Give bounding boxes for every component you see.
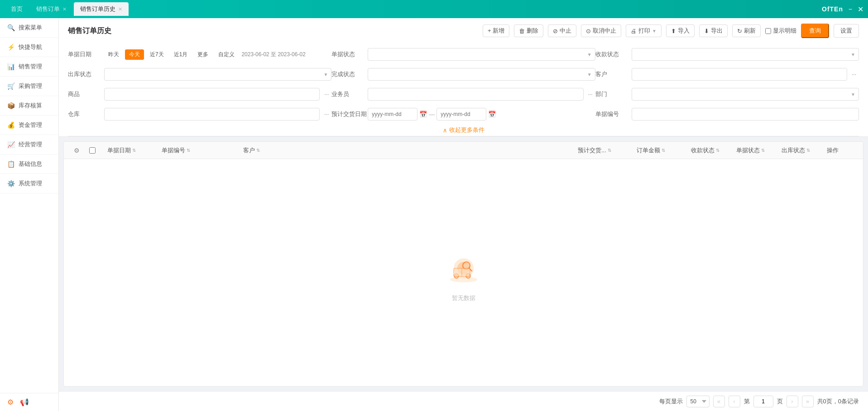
- completion-status-select[interactable]: [368, 68, 595, 81]
- delivery-date-start-calendar-icon[interactable]: 📅: [419, 111, 427, 118]
- col-customer-sort-icon[interactable]: ⇅: [256, 148, 260, 153]
- tab-sales-order-history-label: 销售订单历史: [80, 5, 115, 13]
- warehouse-more-btn[interactable]: ···: [321, 110, 331, 118]
- display-detail-toggle[interactable]: 显示明细: [765, 27, 796, 35]
- page-unit: 页: [777, 397, 783, 406]
- shortcut-custom[interactable]: 自定义: [214, 49, 239, 60]
- prev-page-button[interactable]: ‹: [729, 396, 740, 407]
- sidebar-item-ops-mgmt[interactable]: 📈 经营管理: [0, 135, 58, 155]
- shortcut-7days[interactable]: 近7天: [146, 49, 168, 60]
- print-label: 打印: [638, 27, 650, 35]
- customer-more-btn[interactable]: ···: [849, 70, 859, 78]
- sidebar: 🔍 搜索菜单 ⚡ 快捷导航 📊 销售管理 🛒 采购管理 📦 库存核算 💰 资金管…: [0, 18, 59, 411]
- shortcut-yesterday[interactable]: 昨天: [104, 49, 123, 60]
- sidebar-settings-icon[interactable]: ⚙: [7, 398, 14, 406]
- refresh-button[interactable]: ↻ 刷新: [732, 24, 761, 37]
- page-title-row: 销售订单历史 + 新增 🗑 删除 ⊘ 中止 ⊙ 取消中止: [68, 24, 859, 38]
- sidebar-item-system-mgmt[interactable]: ⚙️ 系统管理: [0, 174, 58, 193]
- query-label: 查询: [809, 27, 821, 34]
- sidebar-item-purchase-mgmt[interactable]: 🛒 采购管理: [0, 77, 58, 96]
- salesperson-input[interactable]: [368, 88, 583, 101]
- sidebar-item-sales-mgmt-label: 销售管理: [19, 63, 42, 71]
- sidebar-item-capital-mgmt[interactable]: 💰 资金管理: [0, 116, 58, 135]
- prev-page-icon: ‹: [733, 398, 735, 405]
- col-outbound-sort-icon[interactable]: ⇅: [806, 148, 810, 153]
- tab-sales-order-history-close[interactable]: ✕: [118, 6, 122, 12]
- per-page-select[interactable]: 50 20 100 200: [686, 396, 710, 407]
- col-status-sort-icon[interactable]: ⇅: [761, 148, 765, 153]
- col-no-sort-icon[interactable]: ⇅: [187, 148, 190, 153]
- receipt-status-select[interactable]: [632, 48, 859, 61]
- delivery-date-start[interactable]: [368, 108, 417, 121]
- column-settings-icon[interactable]: ⚙: [74, 147, 80, 154]
- sidebar-item-basic-info[interactable]: 📋 基础信息: [0, 155, 58, 174]
- cancel-stop-button[interactable]: ⊙ 取消中止: [581, 24, 621, 37]
- new-button[interactable]: + 新增: [483, 24, 509, 37]
- export-label: 导出: [711, 27, 723, 35]
- department-select[interactable]: [632, 88, 859, 101]
- filter-warehouse: 仓库 ···: [68, 106, 331, 122]
- tab-sales-order-close[interactable]: ✕: [62, 6, 67, 12]
- date-shortcuts: 昨天 今天 近7天 近1月 更多 自定义: [104, 49, 239, 60]
- outbound-status-select-wrapper: ▼: [104, 68, 331, 81]
- display-detail-checkbox[interactable]: [765, 28, 771, 34]
- shortcut-1month[interactable]: 近1月: [170, 49, 192, 60]
- delivery-date-separator: —: [429, 111, 435, 118]
- tab-sales-order-history[interactable]: 销售订单历史 ✕: [74, 2, 129, 16]
- search-menu-icon: 🔍: [7, 24, 15, 31]
- tab-home[interactable]: 首页: [5, 2, 29, 16]
- order-no-input[interactable]: [632, 108, 859, 121]
- filter-customer: 客户 ···: [595, 66, 859, 82]
- page-input[interactable]: [753, 396, 773, 407]
- settings-button[interactable]: 设置: [834, 24, 859, 38]
- select-all-checkbox[interactable]: [89, 147, 96, 154]
- query-button[interactable]: 查询: [801, 24, 829, 38]
- stop-button[interactable]: ⊘ 中止: [548, 24, 576, 37]
- filter-order-status: 单据状态 ▼: [331, 46, 595, 63]
- product-more-btn[interactable]: ···: [321, 90, 331, 98]
- outbound-status-select[interactable]: [104, 68, 331, 81]
- import-button[interactable]: ⬆ 导入: [666, 24, 695, 37]
- delete-button[interactable]: 🗑 删除: [514, 24, 543, 37]
- col-delivery-sort-icon[interactable]: ⇅: [608, 148, 611, 153]
- export-button[interactable]: ⬇ 导出: [699, 24, 728, 37]
- warehouse-input[interactable]: [104, 108, 320, 121]
- th-amount: 订单金额 ⇅: [633, 146, 687, 155]
- col-amount-sort-icon[interactable]: ⇅: [662, 148, 665, 153]
- delivery-date-end-calendar-icon[interactable]: 📅: [488, 111, 496, 118]
- window-close[interactable]: ✕: [858, 5, 863, 14]
- first-page-button[interactable]: «: [713, 396, 725, 407]
- salesperson-label: 业务员: [331, 90, 368, 98]
- quick-nav-icon: ⚡: [7, 44, 15, 51]
- last-page-button[interactable]: »: [802, 396, 814, 407]
- sidebar-speaker-icon[interactable]: 📢: [20, 398, 29, 406]
- warehouse-label: 仓库: [68, 110, 104, 118]
- filter-area: 单据日期 昨天 今天 近7天 近1月 更多 自定义 2023-06-02 至 2…: [68, 43, 859, 136]
- col-receipt-label: 收款状态: [691, 146, 715, 155]
- sidebar-item-sales-mgmt[interactable]: 📊 销售管理: [0, 57, 58, 77]
- th-setting[interactable]: ⚙: [67, 147, 86, 154]
- next-page-button[interactable]: ›: [786, 396, 798, 407]
- inventory-calc-icon: 📦: [7, 102, 15, 109]
- customer-input[interactable]: [632, 68, 847, 81]
- collapse-row[interactable]: ∧ 收起更多条件: [68, 124, 859, 136]
- sidebar-item-inventory-calc[interactable]: 📦 库存核算: [0, 96, 58, 116]
- salesperson-more-btn[interactable]: ···: [585, 90, 595, 98]
- pagination: 每页显示 50 20 100 200 « ‹ 第 页 › » 共0页，0条记录: [59, 391, 868, 411]
- th-checkbox[interactable]: [86, 147, 104, 154]
- sidebar-item-search-menu[interactable]: 🔍 搜索菜单: [0, 18, 58, 38]
- import-label: 导入: [678, 27, 690, 35]
- shortcut-today[interactable]: 今天: [125, 49, 144, 60]
- shortcut-more[interactable]: 更多: [193, 49, 212, 60]
- sidebar-item-capital-mgmt-label: 资金管理: [19, 121, 42, 129]
- chevron-up-icon: ∧: [443, 127, 447, 134]
- col-date-sort-icon[interactable]: ⇅: [132, 148, 136, 153]
- print-button[interactable]: 🖨 打印 ▼: [626, 24, 662, 37]
- window-minimize[interactable]: －: [847, 5, 854, 14]
- tab-sales-order[interactable]: 销售订单 ✕: [30, 2, 73, 16]
- product-input[interactable]: [104, 88, 320, 101]
- delivery-date-end[interactable]: [436, 108, 486, 121]
- sidebar-item-quick-nav[interactable]: ⚡ 快捷导航: [0, 38, 58, 57]
- col-receipt-sort-icon[interactable]: ⇅: [716, 148, 719, 153]
- order-status-select[interactable]: [368, 48, 595, 61]
